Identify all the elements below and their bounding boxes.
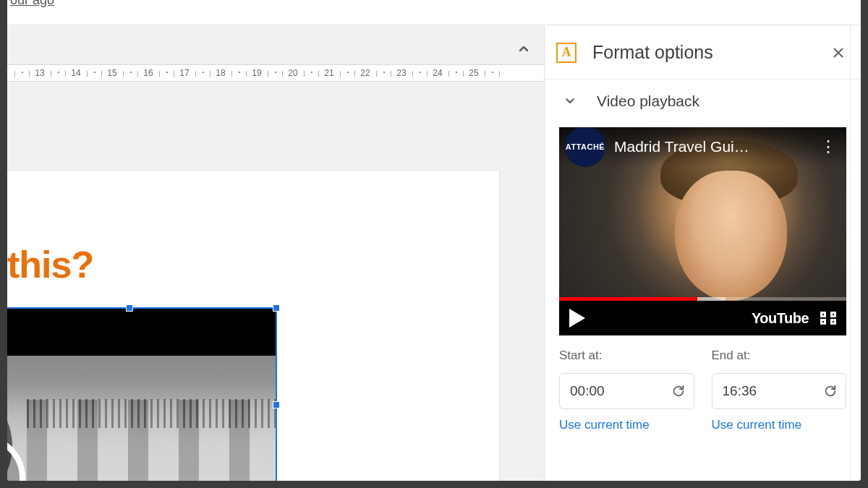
section-video-playback[interactable]: Video playback bbox=[545, 80, 861, 121]
start-time-input[interactable]: 00:00 bbox=[559, 373, 694, 409]
selected-video-object[interactable] bbox=[7, 307, 277, 481]
channel-avatar[interactable]: ATTACHÉ bbox=[565, 127, 605, 167]
chevron-down-icon bbox=[562, 93, 578, 109]
video-title[interactable]: Madrid Travel Gui… bbox=[605, 138, 816, 155]
end-time-value: 16:36 bbox=[723, 383, 823, 399]
youtube-logo[interactable]: YouTube bbox=[752, 310, 809, 327]
slide-canvas[interactable]: 2 13 14 15 16 17 18 19 20 21 22 23 24 25… bbox=[7, 26, 544, 481]
slide[interactable]: this? bbox=[7, 171, 499, 481]
section-title: Video playback bbox=[597, 93, 699, 110]
panel-title: Format options bbox=[592, 42, 830, 63]
fullscreen-button[interactable] bbox=[820, 312, 836, 325]
horizontal-ruler: 2 13 14 15 16 17 18 19 20 21 22 23 24 25 bbox=[7, 64, 544, 82]
resize-handle[interactable] bbox=[126, 304, 133, 312]
chevron-up-icon bbox=[515, 40, 532, 58]
refresh-icon bbox=[822, 383, 838, 399]
timestamp-fragment: our ago bbox=[7, 0, 861, 14]
close-panel-button[interactable] bbox=[830, 45, 846, 61]
end-time-input[interactable]: 16:36 bbox=[712, 373, 847, 409]
format-options-panel: A Format options Video playback ATTACHÉ … bbox=[544, 26, 861, 481]
format-options-icon: A bbox=[556, 43, 576, 63]
use-current-time-start[interactable]: Use current time bbox=[559, 418, 694, 432]
start-time-value: 00:00 bbox=[570, 383, 671, 399]
more-options-button[interactable]: ⋮ bbox=[816, 134, 841, 159]
resize-handle[interactable] bbox=[273, 401, 280, 408]
refresh-icon bbox=[671, 383, 686, 399]
use-current-time-end[interactable]: Use current time bbox=[712, 418, 847, 432]
refresh-end-button[interactable] bbox=[822, 383, 838, 399]
end-at-label: End at: bbox=[712, 348, 847, 363]
slide-title-text[interactable]: this? bbox=[7, 243, 93, 286]
toolbar-divider bbox=[7, 14, 861, 25]
close-icon bbox=[830, 45, 846, 61]
start-at-label: Start at: bbox=[559, 348, 694, 363]
refresh-start-button[interactable] bbox=[671, 383, 686, 399]
video-placeholder bbox=[7, 309, 276, 481]
resize-handle[interactable] bbox=[273, 304, 280, 312]
video-preview[interactable]: ATTACHÉ Madrid Travel Gui… ⋮ YouTube bbox=[559, 127, 846, 335]
play-button[interactable] bbox=[569, 309, 585, 328]
collapse-toolbar-button[interactable] bbox=[511, 36, 537, 62]
